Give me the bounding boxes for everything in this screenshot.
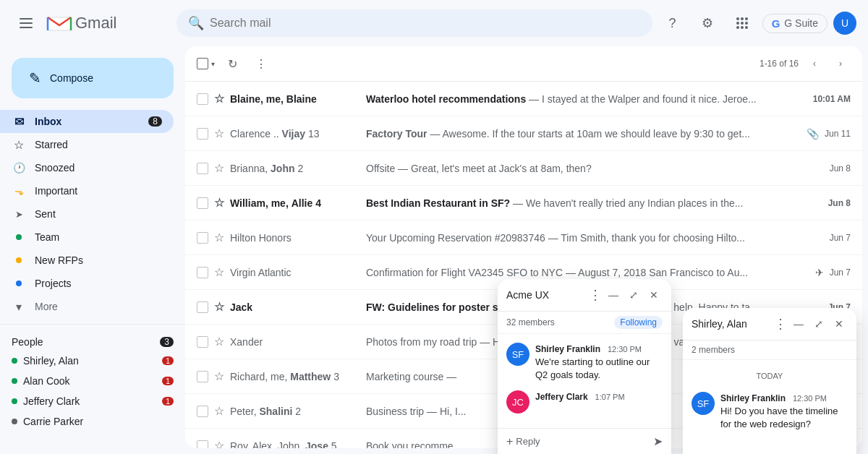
email-subject-preview: Offsite — Great, let's meet at Jack's at…	[366, 163, 824, 174]
star-icon[interactable]: ☆	[214, 369, 224, 383]
msg-sender-name: Shirley Franklin	[720, 393, 786, 403]
shirley-alan-more-icon[interactable]: ⋮	[774, 316, 787, 332]
sidebar-item-starred[interactable]: ☆ Starred	[0, 133, 174, 156]
email-subject-preview: Confirmation for Flight VA2345 SFO to NY…	[366, 267, 809, 278]
shirley-alan-close-icon[interactable]: ✕	[830, 315, 848, 333]
acme-ux-chat-popup: Acme UX ⋮ — ⤢ ✕ 32 members Following SF …	[498, 279, 671, 454]
shirley-alan-chat-body: TODAY SF Shirley Franklin 12:30 PM Hi! D…	[683, 360, 856, 454]
star-icon: ☆	[12, 138, 26, 152]
shirley-alan-members: 2 members	[692, 345, 735, 355]
acme-ux-more-icon[interactable]: ⋮	[589, 287, 602, 303]
settings-icon[interactable]: ⚙	[693, 9, 722, 38]
sidebar-item-snoozed[interactable]: 🕐 Snoozed	[0, 156, 174, 179]
hamburger-menu-icon[interactable]	[12, 9, 41, 38]
email-row[interactable]: ☆ Clarence .. Vijay 13 Factory Tour — Aw…	[185, 116, 862, 151]
acme-ux-close-icon[interactable]: ✕	[645, 286, 663, 304]
email-row[interactable]: ☆ Brianna, John 2 Offsite — Great, let's…	[185, 151, 862, 186]
email-checkbox[interactable]	[197, 440, 208, 449]
user-avatar[interactable]: U	[833, 12, 856, 35]
select-all-area[interactable]: ▾	[197, 58, 215, 69]
svg-rect-1	[20, 22, 33, 24]
chat-date-divider: TODAY	[692, 369, 848, 383]
star-icon[interactable]: ☆	[214, 161, 224, 175]
mail-toolbar: ▾ ↻ ⋮ 1-16 of 16 ‹ ›	[185, 46, 862, 82]
refresh-icon[interactable]: ↻	[221, 52, 244, 75]
select-chevron-icon[interactable]: ▾	[211, 60, 215, 68]
sidebar-item-important[interactable]: ⬎ Important	[0, 179, 174, 202]
email-checkbox[interactable]	[197, 301, 208, 313]
email-row[interactable]: ☆ Hilton Honors Your Upcoming Reservatio…	[185, 220, 862, 255]
person-name: Shirley, Alan	[23, 355, 156, 367]
email-checkbox[interactable]	[197, 336, 208, 348]
email-sender: William, me, Allie 4	[230, 197, 360, 209]
shirley-alan-chat-popup: Shirley, Alan ⋮ — ⤢ ✕ 2 members TODAY SF…	[683, 308, 856, 454]
compose-button[interactable]: ✎ Compose	[12, 58, 174, 98]
email-checkbox[interactable]	[197, 267, 208, 278]
sidebar-item-label: Snoozed	[35, 162, 162, 174]
email-checkbox[interactable]	[197, 128, 208, 140]
svg-point-12	[745, 26, 748, 29]
email-checkbox[interactable]	[197, 371, 208, 382]
apps-icon[interactable]	[728, 9, 757, 38]
search-bar[interactable]: 🔍	[176, 9, 652, 37]
email-subject-preview: Factory Tour — Awesome. If the tour star…	[366, 128, 801, 140]
acme-ux-minimize-icon[interactable]: —	[605, 286, 622, 304]
person-item-jeffery-clark[interactable]: Jeffery Clark 1	[12, 391, 174, 411]
star-icon[interactable]: ☆	[214, 300, 224, 314]
prev-page-icon[interactable]: ‹	[804, 53, 825, 74]
email-subject: Business trip	[366, 406, 424, 417]
sidebar-item-new-rfps[interactable]: New RFPs	[0, 249, 174, 272]
email-checkbox[interactable]	[197, 163, 208, 174]
email-checkbox[interactable]	[197, 197, 208, 209]
svg-point-11	[741, 26, 744, 29]
star-icon[interactable]: ☆	[214, 404, 224, 418]
star-icon[interactable]: ☆	[214, 231, 224, 244]
email-checkbox[interactable]	[197, 406, 208, 417]
sidebar-item-more[interactable]: ▾ More	[0, 295, 174, 318]
send-icon[interactable]: ➤	[653, 434, 663, 448]
reply-button[interactable]: + Reply	[506, 435, 647, 448]
star-icon[interactable]: ☆	[214, 196, 224, 210]
sidebar-item-sent[interactable]: ➤ Sent	[0, 202, 174, 226]
star-icon[interactable]: ☆	[214, 92, 224, 106]
email-sender: Xander	[230, 336, 360, 348]
select-all-checkbox[interactable]	[197, 58, 208, 69]
star-icon[interactable]: ☆	[214, 265, 224, 279]
sidebar-item-team[interactable]: Team	[0, 226, 174, 249]
shirley-alan-minimize-icon[interactable]: —	[790, 315, 807, 333]
star-icon[interactable]: ☆	[214, 335, 224, 348]
chat-message: SF Shirley Franklin 12:30 PM Hi! Do you …	[692, 392, 848, 431]
shirley-alan-expand-icon[interactable]: ⤢	[810, 315, 827, 333]
people-title: People 3	[12, 336, 174, 348]
msg-text: Hi! Do you have the timeline for the web…	[720, 405, 848, 431]
shirley-alan-chat-header: Shirley, Alan ⋮ — ⤢ ✕	[683, 308, 856, 340]
gsuite-badge[interactable]: G G Suite	[762, 14, 827, 33]
search-input[interactable]	[210, 17, 641, 30]
help-icon[interactable]: ?	[658, 9, 687, 38]
sidebar-item-label: New RFPs	[35, 254, 162, 266]
more-options-icon[interactable]: ⋮	[250, 52, 273, 75]
email-date: Jun 7	[830, 267, 851, 278]
email-subject-preview: Your Upcoming Reservation #20983746 — Ti…	[366, 232, 824, 244]
sidebar-item-projects[interactable]: Projects	[0, 272, 174, 295]
next-page-icon[interactable]: ›	[830, 53, 851, 74]
sidebar-item-label: Important	[35, 185, 162, 197]
star-icon[interactable]: ☆	[214, 439, 224, 448]
inbox-badge: 8	[148, 116, 162, 127]
person-item-shirley-alan[interactable]: Shirley, Alan 1	[12, 351, 174, 371]
acme-ux-expand-icon[interactable]: ⤢	[625, 286, 642, 304]
sidebar-item-inbox[interactable]: ✉ Inbox 8	[0, 110, 174, 133]
email-subject: Confirmation for Flight VA2345 SFO to NY…	[366, 267, 563, 278]
svg-point-8	[741, 22, 744, 25]
acme-ux-input-area[interactable]: + Reply ➤	[498, 428, 671, 454]
email-row[interactable]: ☆ Blaine, me, Blaine Waterloo hotel reco…	[185, 82, 862, 116]
email-checkbox[interactable]	[197, 232, 208, 244]
star-icon[interactable]: ☆	[214, 127, 224, 140]
person-item-alan-cook[interactable]: Alan Cook 1	[12, 371, 174, 391]
email-checkbox[interactable]	[197, 93, 208, 105]
plus-icon: +	[506, 435, 513, 448]
email-row[interactable]: ☆ William, me, Allie 4 Best Indian Resta…	[185, 186, 862, 220]
shirley-franklin-avatar2: SF	[692, 392, 715, 415]
person-item-carrie-parker[interactable]: Carrie Parker	[12, 411, 174, 432]
pagination-text: 1-16 of 16	[760, 59, 799, 69]
